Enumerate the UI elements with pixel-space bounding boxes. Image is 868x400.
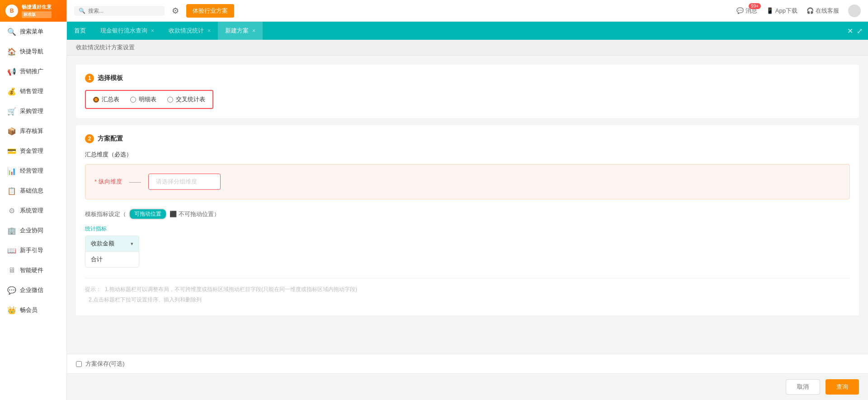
pill-draggable-label: 可拖动位置: [134, 211, 161, 217]
tip-1: 提示： 1.拖动标题栏可以调整布局，不可跨维度或指标区域拖动栏目字段(只能在同一…: [85, 286, 850, 293]
sidebar-item-finance[interactable]: 💳 资金管理: [0, 141, 66, 161]
inventory-icon: 📦: [7, 127, 16, 136]
tab-expand-icon[interactable]: ⤢: [857, 27, 863, 35]
search-nav-icon: 🔍: [7, 27, 16, 36]
sidebar-item-label-2: 营销推广: [20, 67, 43, 75]
sidebar-item-label-7: 经营管理: [20, 167, 43, 175]
settings-icon[interactable]: ⚙: [172, 6, 179, 16]
pill-draggable[interactable]: 可拖动位置: [130, 209, 166, 219]
dimension-arrow: ——: [129, 179, 141, 185]
cancel-button[interactable]: 取消: [786, 379, 820, 395]
radio-cross[interactable]: 交叉统计表: [167, 95, 205, 104]
service-item[interactable]: 🎧 在线客服: [807, 7, 839, 15]
sidebar-item-basic[interactable]: 📋 基础信息: [0, 181, 66, 201]
section1-number: 1: [85, 74, 94, 83]
tabbar-controls: ✕ ⤢: [847, 27, 868, 35]
tab-collection-close[interactable]: ×: [208, 28, 211, 34]
sidebar: B 畅捷通好生意 标准版 🔍 搜索菜单 🏠 快捷导航 📢 营销推广 💰 销售管理…: [0, 0, 67, 400]
topbar: 🔍 ⚙ 体验行业方案 💬 消息 99+ 📱 App下载 🎧 在线客服: [67, 0, 868, 22]
metrics-dropdown-arrow[interactable]: ▾: [131, 241, 133, 247]
metrics-table-body: 合计: [85, 252, 139, 267]
dimension-select[interactable]: 请选择分组维度: [148, 174, 221, 190]
finance-icon: 💳: [7, 146, 16, 155]
vertical-dim-label: * 纵向维度: [94, 178, 122, 186]
sidebar-item-hardware[interactable]: 🖥 智能硬件: [0, 260, 66, 280]
tab-new-plan-close[interactable]: ×: [252, 28, 255, 34]
pill-nondraggable: ⬛: [170, 211, 177, 217]
radio-detail-input[interactable]: [130, 97, 136, 103]
section2-number: 2: [85, 134, 94, 143]
non-drag-text: 不可拖动位置）: [179, 211, 220, 217]
page-title: 收款情况统计方案设置: [76, 44, 135, 51]
sidebar-item-home[interactable]: 🏠 快捷导航: [0, 42, 66, 61]
page-header: 收款情况统计方案设置: [67, 40, 868, 56]
tab-new-plan-label: 新建方案: [225, 27, 249, 35]
sidebar-item-system[interactable]: ⚙ 系统管理: [0, 201, 66, 221]
sidebar-item-label-5: 库存核算: [20, 127, 43, 135]
metrics-non-drag-label: ⬛ 不可拖动位置）: [170, 210, 220, 218]
dimension-select-placeholder: 请选择分组维度: [156, 178, 197, 185]
radio-summary-input[interactable]: [93, 97, 99, 103]
dimension-area: * 纵向维度 —— 请选择分组维度: [85, 164, 850, 199]
tip-1-text: 1.拖动标题栏可以调整布局，不可跨维度或指标区域拖动栏目字段(只能在同一维度或指…: [105, 286, 357, 293]
radio-detail[interactable]: 明细表: [130, 95, 156, 104]
metrics-section-label: 模板指标设定（: [85, 210, 126, 218]
tip-2-text: 2.点击标题栏下拉可设置排序、插入列和删除列: [89, 296, 202, 304]
message-item[interactable]: 💬 消息 99+: [736, 7, 757, 15]
sidebar-item-label-13: 企业微信: [20, 286, 43, 294]
tab-collection[interactable]: 收款情况统计 ×: [161, 22, 218, 40]
metrics-table-header[interactable]: 收款金额 ▾: [85, 236, 139, 252]
trial-button[interactable]: 体验行业方案: [186, 4, 234, 18]
tip-2: 2.点击标题栏下拉可设置排序、插入列和删除列: [85, 296, 850, 304]
sidebar-item-wechat[interactable]: 💬 企业微信: [0, 280, 66, 300]
tabbar: 首页 现金银行流水查询 × 收款情况统计 × 新建方案 × ✕ ⤢: [67, 22, 868, 40]
toggle-draggable: 可拖动位置: [129, 208, 167, 220]
sidebar-item-label-12: 智能硬件: [20, 266, 43, 274]
section1-label: 选择模板: [98, 74, 123, 82]
query-button[interactable]: 查询: [826, 379, 859, 395]
metrics-stat-label: 统计指标: [85, 225, 850, 233]
tab-cashflow[interactable]: 现金银行流水查询 ×: [93, 22, 161, 40]
tab-home-label: 首页: [74, 27, 86, 35]
sidebar-item-label-9: 系统管理: [20, 207, 43, 215]
sidebar-item-search[interactable]: 🔍 搜索菜单: [0, 22, 66, 42]
sidebar-item-inventory[interactable]: 📦 库存核算: [0, 121, 66, 141]
radio-summary[interactable]: 汇总表: [93, 95, 119, 104]
sidebar-item-label-1: 快捷导航: [20, 47, 43, 56]
download-item[interactable]: 📱 App下载: [766, 7, 797, 15]
sidebar-item-marketing[interactable]: 📢 营销推广: [0, 61, 66, 81]
metrics-table: 收款金额 ▾ 合计: [85, 235, 139, 268]
subsection-dimension-title: 汇总维度（必选）: [85, 151, 850, 159]
system-icon: ⚙: [7, 206, 16, 215]
save-plan-label[interactable]: 方案保存(可选): [85, 360, 125, 368]
topbar-right: 💬 消息 99+ 📱 App下载 🎧 在线客服: [736, 5, 861, 17]
sidebar-item-member[interactable]: 👑 畅会员: [0, 300, 66, 320]
tab-cashflow-close[interactable]: ×: [151, 28, 154, 34]
tab-cashflow-label: 现金银行流水查询: [100, 27, 147, 35]
sidebar-item-guide[interactable]: 📖 新手引导: [0, 240, 66, 260]
tab-collection-label: 收款情况统计: [169, 27, 204, 35]
tab-home[interactable]: 首页: [67, 22, 93, 40]
hardware-icon: 🖥: [7, 266, 16, 275]
enterprise-icon: 🏢: [7, 226, 16, 235]
metrics-header-text: 收款金额: [91, 240, 114, 248]
sidebar-item-management[interactable]: 📊 经营管理: [0, 161, 66, 181]
sidebar-item-label-6: 资金管理: [20, 147, 43, 155]
search-input[interactable]: [88, 8, 151, 14]
sidebar-item-purchase[interactable]: 🛒 采购管理: [0, 101, 66, 121]
radio-cross-input[interactable]: [167, 97, 173, 103]
guide-icon: 📖: [7, 246, 16, 255]
download-icon: 📱: [766, 7, 774, 14]
sidebar-item-enterprise[interactable]: 🏢 企业协同: [0, 221, 66, 240]
sidebar-item-label-14: 畅会员: [20, 306, 38, 314]
action-bar: 取消 查询: [67, 373, 868, 400]
sidebar-item-sales[interactable]: 💰 销售管理: [0, 81, 66, 101]
logo-edition: 标准版: [22, 11, 52, 18]
tab-new-plan[interactable]: 新建方案 ×: [218, 22, 263, 40]
page-body: 1 选择模板 汇总表 明细表 交叉统计表: [67, 56, 868, 354]
topbar-search-box[interactable]: 🔍: [74, 6, 165, 16]
radio-cross-label: 交叉统计表: [176, 95, 205, 104]
section2-label: 方案配置: [98, 135, 123, 143]
save-plan-checkbox[interactable]: [76, 361, 82, 367]
tab-close-icon[interactable]: ✕: [847, 27, 853, 35]
